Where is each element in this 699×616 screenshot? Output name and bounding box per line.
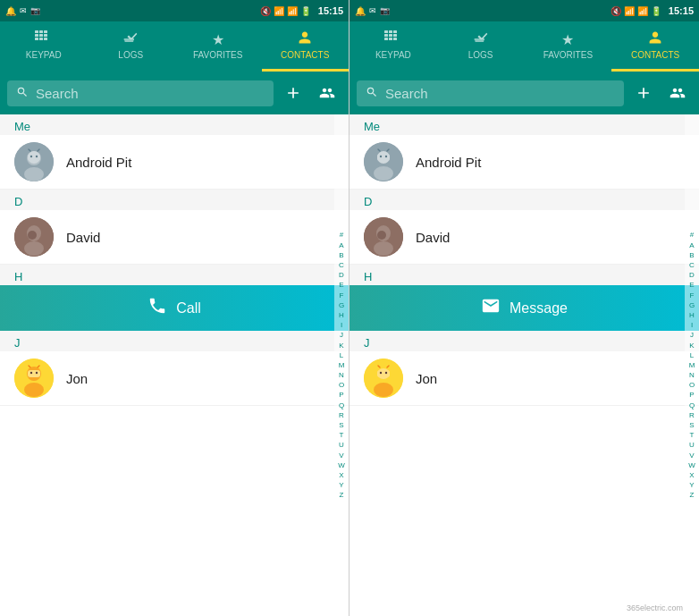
action-bar-message-right[interactable]: Message <box>350 285 699 331</box>
contact-jon-right[interactable]: Jon <box>350 351 699 406</box>
tab-logs-right[interactable]: Logs <box>437 21 525 72</box>
alpha-hash-left[interactable]: # <box>340 230 343 240</box>
tab-favorites-right[interactable]: ★ Favorites <box>525 21 612 72</box>
svg-point-58 <box>374 383 393 397</box>
contacts-icon-left <box>297 30 313 48</box>
tab-contacts-left[interactable]: Contacts <box>262 21 350 72</box>
svg-rect-32 <box>393 30 397 33</box>
logs-icon-left <box>122 30 139 48</box>
alpha-o-right[interactable]: O <box>689 380 695 390</box>
alpha-i-right[interactable]: I <box>691 320 693 330</box>
alpha-g-left[interactable]: G <box>339 300 344 310</box>
contacts-group-button-right[interactable] <box>663 79 692 107</box>
alpha-q-right[interactable]: Q <box>689 401 695 410</box>
alpha-s-left[interactable]: S <box>339 420 343 430</box>
tab-logs-left[interactable]: Logs <box>88 21 175 72</box>
svg-rect-41 <box>377 154 390 161</box>
alpha-hash-right[interactable]: # <box>690 230 694 240</box>
alpha-o-left[interactable]: O <box>339 380 344 390</box>
svg-rect-4 <box>39 34 43 37</box>
section-header-d-right: D <box>350 190 699 210</box>
svg-point-53 <box>377 368 390 379</box>
alpha-h-left[interactable]: H <box>339 310 344 320</box>
alpha-k-left[interactable]: K <box>339 341 343 350</box>
add-contact-button-right[interactable] <box>629 79 658 107</box>
section-header-me-left: Me <box>0 114 349 135</box>
contacts-group-button-left[interactable] <box>313 79 341 107</box>
avatar-jon-left <box>14 359 54 398</box>
alpha-a-left[interactable]: A <box>339 240 343 250</box>
alpha-b-right[interactable]: B <box>689 250 694 260</box>
alpha-z-right[interactable]: Z <box>690 490 695 500</box>
contact-david-right[interactable]: David <box>350 210 699 265</box>
alpha-x-right[interactable]: X <box>689 470 694 480</box>
search-bar-right <box>350 72 699 114</box>
alpha-d-left[interactable]: D <box>339 270 344 280</box>
search-input-left[interactable] <box>36 86 265 101</box>
alpha-t-right[interactable]: T <box>690 430 695 440</box>
alpha-c-right[interactable]: C <box>689 260 695 270</box>
alpha-g-right[interactable]: G <box>689 300 695 310</box>
contacts-icon-right <box>647 30 663 48</box>
alpha-v-right[interactable]: V <box>689 451 694 460</box>
contact-android-pit-left[interactable]: Android Pit <box>0 135 349 190</box>
alpha-l-left[interactable]: L <box>340 350 343 360</box>
contact-jon-left[interactable]: Jon <box>0 351 349 406</box>
svg-rect-2 <box>44 30 47 33</box>
alpha-k-right[interactable]: K <box>689 341 694 350</box>
wifi-icon-right: 📶 <box>624 6 635 16</box>
add-contact-button-left[interactable] <box>279 79 307 107</box>
alpha-f-right[interactable]: F <box>690 291 695 300</box>
alpha-r-right[interactable]: R <box>689 410 695 420</box>
signal-icon: 📶 <box>287 6 298 16</box>
tab-logs-label-right: Logs <box>468 50 493 60</box>
alpha-x-left[interactable]: X <box>339 470 343 480</box>
alpha-m-right[interactable]: M <box>689 360 695 370</box>
alpha-e-left[interactable]: E <box>339 280 343 290</box>
alpha-t-left[interactable]: T <box>340 430 344 440</box>
action-bar-call-left[interactable]: Call <box>0 285 349 331</box>
svg-rect-31 <box>389 30 392 33</box>
alpha-w-left[interactable]: W <box>338 460 345 470</box>
alpha-index-left: # A B C D E F G H I J K L M N O P Q R S <box>334 114 349 616</box>
contact-android-pit-right[interactable]: Android Pit <box>350 135 699 190</box>
svg-rect-38 <box>393 38 397 40</box>
alpha-b-left[interactable]: B <box>339 250 343 260</box>
alpha-w-right[interactable]: W <box>688 460 695 470</box>
keypad-icon-left <box>35 30 53 48</box>
contact-david-left[interactable]: David <box>0 210 349 265</box>
alpha-u-left[interactable]: U <box>339 440 344 450</box>
alpha-n-right[interactable]: N <box>689 370 695 380</box>
alpha-r-left[interactable]: R <box>339 410 344 420</box>
search-input-right[interactable] <box>385 86 615 101</box>
alpha-m-left[interactable]: M <box>339 360 345 370</box>
alpha-e-right[interactable]: E <box>689 280 694 290</box>
tab-keypad-left[interactable]: Keypad <box>0 21 88 72</box>
alpha-i-left[interactable]: I <box>341 320 342 330</box>
alpha-y-right[interactable]: Y <box>689 480 694 490</box>
alpha-q-left[interactable]: Q <box>339 401 344 410</box>
alpha-z-left[interactable]: Z <box>340 490 344 500</box>
alpha-n-left[interactable]: N <box>339 370 344 380</box>
alpha-v-left[interactable]: V <box>339 451 343 460</box>
alpha-l-right[interactable]: L <box>690 350 694 360</box>
alpha-j-right[interactable]: J <box>690 330 694 340</box>
alpha-j-left[interactable]: J <box>340 330 343 340</box>
alpha-f-left[interactable]: F <box>340 291 344 300</box>
alpha-c-left[interactable]: C <box>339 260 344 270</box>
alpha-d-right[interactable]: D <box>689 270 695 280</box>
alpha-h-right[interactable]: H <box>689 310 695 320</box>
alpha-p-right[interactable]: P <box>689 390 694 400</box>
tab-keypad-right[interactable]: Keypad <box>350 21 437 72</box>
alpha-u-right[interactable]: U <box>689 440 695 450</box>
tab-favorites-left[interactable]: ★ Favorites <box>174 21 262 72</box>
alpha-y-left[interactable]: Y <box>339 480 343 490</box>
alpha-a-right[interactable]: A <box>689 240 694 250</box>
svg-rect-13 <box>28 154 40 161</box>
alpha-p-left[interactable]: P <box>339 390 343 400</box>
alpha-s-right[interactable]: S <box>689 420 694 430</box>
notification-icon: 🔔 <box>5 6 16 16</box>
signal-icon-right: 📶 <box>637 6 648 16</box>
tab-contacts-right[interactable]: Contacts <box>611 21 699 72</box>
svg-point-29 <box>36 372 38 374</box>
